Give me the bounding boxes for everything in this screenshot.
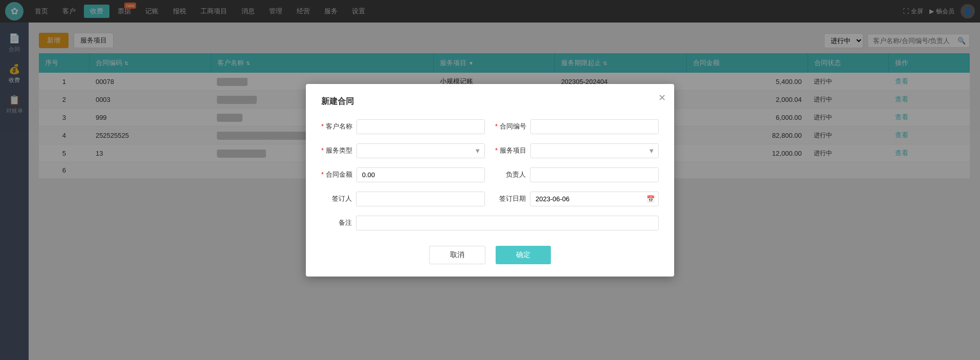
modal-close-button[interactable]: ✕ <box>658 92 666 103</box>
service-type-select-wrapper: ▼ <box>357 143 485 158</box>
calendar-icon[interactable]: 📅 <box>647 195 655 203</box>
select-service-type[interactable] <box>357 143 485 158</box>
form-row-1: 客户名称 合同编号 <box>321 119 659 134</box>
select-service-item[interactable] <box>530 143 659 158</box>
label-signatory: 签订人 <box>321 194 352 203</box>
form-group-contract-no: 合同编号 <box>495 119 659 134</box>
sign-date-wrapper: 📅 <box>530 192 659 206</box>
label-service-item: 服务项目 <box>495 146 526 155</box>
input-contract-no[interactable] <box>530 119 659 134</box>
form-row-3: 合同金额 负责人 <box>321 167 659 182</box>
label-amount: 合同金额 <box>321 170 352 179</box>
label-contract-no: 合同编号 <box>495 122 526 131</box>
form-group-amount: 合同金额 <box>321 167 485 182</box>
new-contract-modal: ✕ 新建合同 客户名称 合同编号 服务类型 ▼ <box>306 84 674 277</box>
input-amount[interactable] <box>357 167 485 182</box>
form-group-responsible: 负责人 <box>495 167 659 182</box>
form-group-service-item: 服务项目 ▼ <box>495 143 659 158</box>
label-responsible: 负责人 <box>495 170 526 179</box>
label-remark: 备注 <box>321 218 352 227</box>
form-group-remark: 备注 <box>321 216 659 230</box>
modal-overlay: ✕ 新建合同 客户名称 合同编号 服务类型 ▼ <box>0 0 980 360</box>
form-row-5: 备注 <box>321 216 659 230</box>
input-client-name[interactable] <box>357 119 485 134</box>
input-responsible[interactable] <box>530 167 659 182</box>
form-group-service-type: 服务类型 ▼ <box>321 143 485 158</box>
form-row-2: 服务类型 ▼ 服务项目 ▼ <box>321 143 659 158</box>
form-group-signatory: 签订人 <box>321 192 485 206</box>
service-item-select-wrapper: ▼ <box>530 143 659 158</box>
modal-footer: 取消 确定 <box>321 246 659 264</box>
input-sign-date[interactable] <box>530 192 659 206</box>
cancel-button[interactable]: 取消 <box>429 246 485 264</box>
confirm-button[interactable]: 确定 <box>496 246 551 264</box>
form-group-client-name: 客户名称 <box>321 119 485 134</box>
label-sign-date: 签订日期 <box>495 194 526 203</box>
input-remark[interactable] <box>356 216 659 230</box>
form-row-4: 签订人 签订日期 📅 <box>321 192 659 206</box>
label-client-name: 客户名称 <box>321 122 352 131</box>
input-signatory[interactable] <box>356 192 485 206</box>
modal-title: 新建合同 <box>321 96 659 107</box>
form-group-sign-date: 签订日期 📅 <box>495 192 659 206</box>
label-service-type: 服务类型 <box>321 146 352 155</box>
